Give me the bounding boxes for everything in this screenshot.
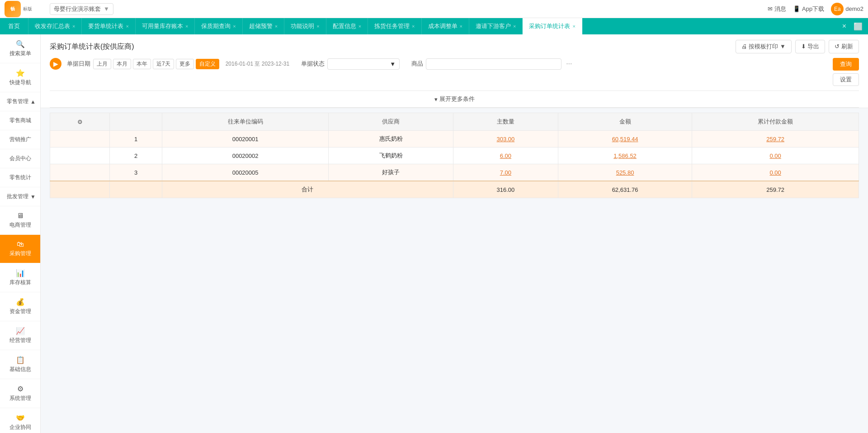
- page-header: 采购订单统计表(按供应商) 🖨 按模板打印 ▼ ⬇ 导出 ↺ 刷新: [41, 34, 868, 108]
- row2-paid[interactable]: 0.00: [692, 148, 859, 164]
- row3-index: 3: [110, 164, 162, 181]
- row2-paid-link[interactable]: 0.00: [769, 152, 781, 159]
- sidebar-item-retail-mall[interactable]: 零售商城: [0, 111, 40, 130]
- tab-chaochuyujing-label: 超储预警: [249, 22, 273, 30]
- maximize-button[interactable]: ⬜: [852, 20, 864, 33]
- sidebar-enterprise-label: 企业协同: [9, 423, 31, 431]
- status-select[interactable]: ▼: [327, 58, 400, 70]
- sidebar-item-inventory[interactable]: 📊 库存核算: [0, 263, 40, 292]
- sidebar-item-operations[interactable]: 📈 经营管理: [0, 321, 40, 350]
- workspace-selector[interactable]: 母婴行业演示账套 ▼: [50, 3, 113, 15]
- tab-gongneng[interactable]: 功能说明 ×: [284, 18, 326, 34]
- tab-peizhi[interactable]: 配置信息 ×: [326, 18, 368, 34]
- sidebar-item-search[interactable]: 🔍 搜索菜单: [0, 34, 40, 63]
- chevron-up-icon: ▲: [30, 99, 36, 105]
- tab-keyongliang-label: 可用量库存账本: [142, 22, 183, 30]
- row3-paid[interactable]: 0.00: [692, 164, 859, 181]
- row1-amount-link[interactable]: 60,519.44: [612, 136, 638, 143]
- tab-baozhi[interactable]: 保质期查询 ×: [195, 18, 242, 34]
- date-range-text: 2016-01-01 至 2023-12-31: [226, 60, 289, 68]
- tab-baozhi-label: 保质期查询: [201, 22, 231, 30]
- sidebar-item-enterprise[interactable]: 🤝 企业协同: [0, 408, 40, 433]
- tab-keyongliang[interactable]: 可用量库存账本 ×: [136, 18, 195, 34]
- filter-toggle-button[interactable]: ▶: [50, 58, 61, 70]
- this-month-button[interactable]: 本月: [113, 59, 131, 69]
- data-table: ⚙ 往来单位编码 供应商 主数量 金额 累计付款金额 1 00020001: [50, 113, 859, 198]
- sidebar-item-marketing[interactable]: 营销推广: [0, 130, 40, 149]
- close-icon[interactable]: ×: [316, 24, 319, 29]
- tab-chengben[interactable]: 成本调整单 ×: [422, 18, 469, 34]
- close-icon[interactable]: ×: [513, 24, 516, 29]
- tab-gongneng-label: 功能说明: [291, 22, 314, 30]
- tab-jianhuo[interactable]: 拣货任务管理 ×: [368, 18, 421, 34]
- tab-caigou-active[interactable]: 采购订单统计表 ×: [523, 18, 582, 34]
- more-dates-button[interactable]: 更多: [176, 59, 194, 69]
- close-icon[interactable]: ×: [412, 24, 415, 29]
- tab-home[interactable]: 首页: [0, 18, 28, 34]
- footer-amount: 62,631.76: [558, 181, 692, 198]
- row2-amount-link[interactable]: 1,586.52: [613, 152, 637, 159]
- app-icon: 📱: [793, 5, 800, 12]
- row3-paid-link[interactable]: 0.00: [769, 169, 781, 176]
- row2-quantity-link[interactable]: 6.00: [500, 152, 511, 159]
- goods-more-button[interactable]: ···: [564, 58, 574, 70]
- table-row: 2 00020002 飞鹤奶粉 6.00 1,586.52 0.00: [50, 148, 859, 164]
- sidebar-item-finance[interactable]: 💰 资金管理: [0, 292, 40, 321]
- row2-code: 00020002: [162, 148, 329, 164]
- close-icon[interactable]: ×: [359, 24, 361, 29]
- row2-amount[interactable]: 1,586.52: [558, 148, 692, 164]
- last-7-days-button[interactable]: 近7天: [153, 59, 174, 69]
- settings-button[interactable]: 设置: [833, 73, 859, 86]
- close-icon[interactable]: ×: [460, 24, 462, 29]
- row1-quantity-link[interactable]: 303.00: [497, 136, 515, 143]
- sidebar-item-shortcut[interactable]: ⭐ 快捷导航: [0, 63, 40, 92]
- row3-amount[interactable]: 525.80: [558, 164, 692, 181]
- refresh-button[interactable]: ↺ 刷新: [829, 40, 859, 53]
- tab-shoufacun[interactable]: 收发存汇总表 ×: [28, 18, 82, 34]
- tab-yaohuo[interactable]: 要货单统计表 ×: [82, 18, 135, 34]
- close-icon[interactable]: ×: [185, 24, 188, 29]
- sidebar-item-retail-stats[interactable]: 零售统计: [0, 168, 40, 187]
- print-button[interactable]: 🖨 按模板打印 ▼: [736, 40, 792, 53]
- close-icon[interactable]: ×: [275, 24, 278, 29]
- date-quick-buttons: 上月 本月 本年 近7天 更多 自定义: [93, 59, 219, 69]
- close-icon[interactable]: ×: [126, 24, 128, 29]
- status-label: 单据状态: [301, 60, 325, 68]
- row2-quantity[interactable]: 6.00: [453, 148, 558, 164]
- row1-paid[interactable]: 259.72: [692, 131, 859, 148]
- sidebar-ecommerce-label: 电商管理: [9, 221, 31, 229]
- content-area: 采购订单统计表(按供应商) 🖨 按模板打印 ▼ ⬇ 导出 ↺ 刷新: [41, 34, 868, 433]
- query-button[interactable]: 查询: [833, 58, 859, 71]
- row1-paid-link[interactable]: 259.72: [766, 136, 784, 143]
- goods-input[interactable]: [426, 58, 561, 70]
- close-all-tabs-button[interactable]: ×: [840, 20, 848, 32]
- export-button[interactable]: ⬇ 导出: [795, 40, 826, 53]
- sidebar-item-membership[interactable]: 会员中心: [0, 149, 40, 168]
- sidebar-item-wholesale[interactable]: 批发管理 ▼: [0, 187, 40, 206]
- last-month-button[interactable]: 上月: [93, 59, 111, 69]
- message-button[interactable]: ✉ 消息: [768, 5, 786, 13]
- row1-quantity[interactable]: 303.00: [453, 131, 558, 148]
- sidebar-item-retail-mgmt[interactable]: 零售管理 ▲: [0, 92, 40, 111]
- row1-amount[interactable]: 60,519.44: [558, 131, 692, 148]
- row3-quantity-link[interactable]: 7.00: [500, 169, 511, 176]
- this-year-button[interactable]: 本年: [133, 59, 151, 69]
- tab-yaoqing[interactable]: 邀请下游客户 ×: [469, 18, 523, 34]
- row2-gear: [50, 148, 110, 164]
- sidebar-item-ecommerce[interactable]: 🖥 电商管理: [0, 206, 40, 235]
- close-icon[interactable]: ×: [572, 24, 575, 29]
- app-download-button[interactable]: 📱 App下载: [793, 5, 824, 13]
- close-icon[interactable]: ×: [233, 24, 236, 29]
- sidebar-item-purchase[interactable]: 🛍 采购管理: [0, 235, 40, 263]
- expand-button[interactable]: ▾ 展开更多条件: [430, 94, 479, 105]
- close-icon[interactable]: ×: [72, 24, 75, 29]
- sidebar-item-basic-info[interactable]: 📋 基础信息: [0, 350, 40, 379]
- sidebar: 🔍 搜索菜单 ⭐ 快捷导航 零售管理 ▲ 零售商城 营销推广 会员中心 零售统计…: [0, 34, 41, 433]
- status-chevron-icon: ▼: [390, 61, 396, 67]
- tab-chaochuyujing[interactable]: 超储预警 ×: [243, 18, 284, 34]
- user-profile[interactable]: Ea demo2: [831, 3, 863, 15]
- sidebar-item-system[interactable]: ⚙ 系统管理: [0, 379, 40, 408]
- tab-peizhi-label: 配置信息: [333, 22, 356, 30]
- row3-amount-link[interactable]: 525.80: [616, 169, 634, 176]
- row3-quantity[interactable]: 7.00: [453, 164, 558, 181]
